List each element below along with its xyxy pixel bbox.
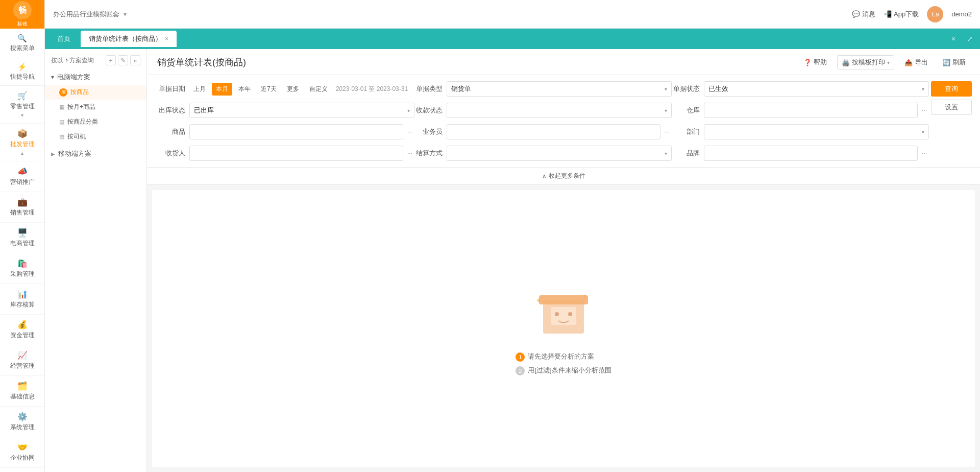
sidebar-item-operations[interactable]: 📈 经营管理 bbox=[0, 345, 44, 376]
filter-collectstatus-item: 收款状态 ▾ bbox=[414, 103, 672, 118]
product-dots[interactable]: ··· bbox=[405, 128, 414, 135]
help-btn[interactable]: ❓ 帮助 bbox=[799, 56, 831, 69]
sidebar: 畅 标账 🔍 搜索菜单 ⚡ 快捷导航 🛒 零售管理 ▾ 📦 批发管理 ▴ 📣 营… bbox=[0, 0, 45, 472]
scheme-icon: 按 bbox=[59, 88, 67, 97]
topbar-right: 💬 消息 📲 App下载 Ea demo2 bbox=[852, 6, 972, 22]
warehouse-input[interactable] bbox=[704, 103, 918, 118]
window-controls: × ⤢ bbox=[947, 33, 976, 45]
username-label[interactable]: demo2 bbox=[951, 10, 972, 18]
empty-hint-2: 2 用[过滤]条件来缩小分析范围 bbox=[516, 366, 611, 375]
salesman-dots[interactable]: ··· bbox=[663, 128, 672, 135]
filter-date-item: 单据日期 上月 本月 本年 近7天 更多 自定义 2023-03-01 至 20… bbox=[157, 81, 414, 97]
add-scheme-btn[interactable]: + bbox=[106, 55, 116, 65]
svg-text:✦: ✦ bbox=[535, 296, 542, 304]
sidebar-item-finance[interactable]: 💰 资金管理 bbox=[0, 315, 44, 345]
main-content: 办公用品行业模拟账套 ▾ 💬 消息 📲 App下载 Ea demo2 首页 销货… bbox=[45, 0, 980, 472]
filter-warehouse-item: 仓库 ··· bbox=[672, 103, 929, 118]
content-area: 按以下方案查询 + ✎ « ▾ 电脑端方案 按 按商品 ▦ 按月+ bbox=[45, 49, 980, 472]
scheme-by-product[interactable]: 按 按商品 bbox=[45, 85, 146, 100]
print-btn[interactable]: 🖨️ 按模板打印 ▾ bbox=[837, 55, 894, 69]
query-button[interactable]: 查询 bbox=[931, 81, 972, 97]
app-download-btn[interactable]: 📲 App下载 bbox=[884, 10, 919, 19]
docstatus-select[interactable]: 已生效 ▾ bbox=[704, 81, 929, 97]
sidebar-item-retail[interactable]: 🛒 零售管理 ▾ bbox=[0, 86, 44, 124]
doctype-arrow: ▾ bbox=[665, 86, 667, 92]
brand-dots[interactable]: ··· bbox=[920, 150, 929, 157]
sidebar-item-ecommerce[interactable]: 🖥️ 电商管理 bbox=[0, 223, 44, 253]
sidebar-item-marketing[interactable]: 📣 营销推广 bbox=[0, 161, 44, 192]
collapse-panel-btn[interactable]: « bbox=[130, 55, 140, 65]
custom-date-btn[interactable]: 自定义 bbox=[305, 83, 332, 96]
sidebar-item-basic[interactable]: 🗂️ 基础信息 bbox=[0, 376, 44, 407]
collapse-up-icon: ∧ bbox=[542, 173, 547, 180]
app-title: 办公用品行业模拟账套 bbox=[53, 10, 119, 19]
recipient-dots[interactable]: ··· bbox=[405, 150, 414, 157]
sales-icon: 💼 bbox=[17, 197, 28, 207]
sidebar-item-inventory[interactable]: 📊 库存核算 bbox=[0, 284, 44, 315]
export-icon: 📤 bbox=[904, 59, 913, 66]
brand-input[interactable] bbox=[704, 146, 918, 161]
refresh-btn[interactable]: 🔄 刷新 bbox=[938, 56, 970, 69]
filter-salesman-item: 业务员 ··· bbox=[414, 124, 672, 139]
edit-scheme-btn[interactable]: ✎ bbox=[118, 55, 128, 65]
export-btn[interactable]: 📤 导出 bbox=[900, 56, 932, 69]
filter-docstatus-item: 单据状态 已生效 ▾ bbox=[672, 81, 929, 97]
payment-select[interactable]: ▾ bbox=[447, 146, 672, 161]
app-logo[interactable]: 畅 标账 bbox=[0, 0, 44, 29]
last7-btn[interactable]: 近7天 bbox=[257, 83, 281, 96]
this-year-btn[interactable]: 本年 bbox=[234, 83, 255, 96]
filter-grid: 单据日期 上月 本月 本年 近7天 更多 自定义 2023-03-01 至 20… bbox=[147, 75, 980, 167]
docstatus-arrow: ▾ bbox=[922, 86, 924, 92]
sidebar-menu: 🛒 零售管理 ▾ 📦 批发管理 ▴ 📣 营销推广 💼 销售管理 🖥️ 电商管理 … bbox=[0, 86, 44, 472]
mobile-scheme-group[interactable]: ▶ 移动端方案 bbox=[45, 146, 146, 161]
payment-control: ▾ bbox=[447, 146, 672, 161]
quick-nav[interactable]: ⚡ 快捷导航 bbox=[0, 58, 44, 86]
warehouse-label: 仓库 bbox=[672, 106, 700, 115]
page-header: 销货单统计表(按商品) ❓ 帮助 🖨️ 按模板打印 ▾ 📤 导出 bbox=[147, 49, 980, 75]
settings-button[interactable]: 设置 bbox=[931, 100, 972, 115]
title-dropdown[interactable]: ▾ bbox=[124, 11, 127, 18]
recipient-label: 收货人 bbox=[157, 149, 185, 158]
user-avatar[interactable]: Ea bbox=[927, 6, 943, 22]
tab-home[interactable]: 首页 bbox=[49, 31, 79, 47]
empty-svg: ✦ ✦ ✦ bbox=[528, 277, 599, 344]
scheme-by-month-product[interactable]: ▦ 按月+商品 bbox=[45, 100, 146, 114]
last-month-btn[interactable]: 上月 bbox=[189, 83, 210, 96]
sidebar-item-guide[interactable]: 🆕 新手引导 bbox=[0, 468, 44, 472]
sidebar-item-enterprise[interactable]: 🤝 企业协同 bbox=[0, 437, 44, 468]
scheme-by-cashier[interactable]: ▤ 按司机 bbox=[45, 129, 146, 144]
sidebar-item-sales[interactable]: 💼 销售管理 bbox=[0, 192, 44, 223]
window-maximize-btn[interactable]: ⤢ bbox=[964, 33, 976, 45]
tab-sales-stats[interactable]: 销货单统计表（按商品） × bbox=[81, 31, 177, 47]
tab-close-btn[interactable]: × bbox=[165, 35, 168, 42]
collapse-bar[interactable]: ∧ 收起更多条件 bbox=[147, 168, 980, 185]
sidebar-item-system[interactable]: ⚙️ 系统管理 bbox=[0, 407, 44, 437]
more-date-btn[interactable]: 更多 bbox=[283, 83, 303, 96]
pc-group-header[interactable]: ▾ 电脑端方案 bbox=[45, 69, 146, 85]
filter-recipient-item: 收货人 ··· bbox=[157, 146, 414, 161]
warehouse-dots[interactable]: ··· bbox=[920, 107, 929, 114]
retail-icon: 🛒 bbox=[17, 91, 28, 101]
this-month-btn[interactable]: 本月 bbox=[212, 83, 232, 96]
outstatus-select[interactable]: 已出库 ▾ bbox=[189, 103, 414, 118]
salesman-input[interactable] bbox=[447, 124, 660, 139]
message-btn[interactable]: 💬 消息 bbox=[852, 10, 875, 19]
scheme-by-category[interactable]: ▤ 按商品分类 bbox=[45, 114, 146, 129]
sidebar-item-wholesale[interactable]: 📦 批发管理 ▴ bbox=[0, 124, 44, 161]
product-input[interactable] bbox=[189, 124, 403, 139]
logo-subtitle: 标账 bbox=[17, 20, 28, 28]
payment-arrow: ▾ bbox=[665, 151, 667, 156]
department-select[interactable]: ▾ bbox=[704, 124, 929, 139]
brand-control: ··· bbox=[704, 146, 929, 161]
filter-outstatus-item: 出库状态 已出库 ▾ bbox=[157, 103, 414, 118]
doctype-select[interactable]: 销货单 ▾ bbox=[447, 81, 672, 97]
collectstatus-select[interactable]: ▾ bbox=[447, 103, 672, 118]
outstatus-arrow: ▾ bbox=[407, 108, 410, 113]
department-control: ▾ bbox=[704, 124, 929, 139]
filter-panel-actions: + ✎ « bbox=[106, 55, 140, 65]
recipient-input[interactable] bbox=[189, 146, 403, 161]
filter-row-4: 收货人 ··· 结算方式 ▾ bbox=[157, 146, 929, 161]
search-menu[interactable]: 🔍 搜索菜单 bbox=[0, 29, 44, 58]
sidebar-item-purchase[interactable]: 🛍️ 采购管理 bbox=[0, 253, 44, 284]
window-close-btn[interactable]: × bbox=[947, 33, 960, 45]
